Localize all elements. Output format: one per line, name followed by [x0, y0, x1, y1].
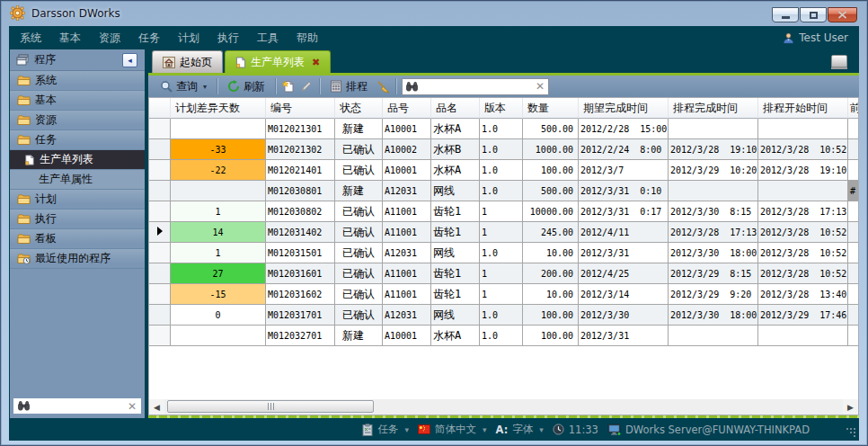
clear-schedule-button[interactable] [374, 77, 392, 95]
cell-diff [171, 181, 266, 201]
table-row-2[interactable]: -22M012021401已确认A10001水杯A1.0100.002012/3… [149, 160, 859, 181]
cell-status: 新建 [335, 181, 383, 201]
sidebar: 程序 ◂ 系统基本资源任务生产单列表生产单属性计划执行看板最近使用的程序 ✕ [10, 49, 145, 418]
user-indicator[interactable]: Test User [783, 31, 848, 44]
sidebar-item-label: 生产单列表 [40, 152, 93, 167]
cell-version: 1 [480, 222, 523, 243]
cell-extra [848, 139, 859, 160]
refresh-button[interactable]: 刷新 [221, 77, 271, 95]
minimize-button[interactable] [772, 7, 799, 22]
row-selector [149, 119, 171, 139]
table-row-8[interactable]: -15M012031602已确认A11001齿轮1110.002012/3/14… [149, 284, 859, 305]
folder-icon [17, 115, 31, 126]
table-row-3[interactable]: M012030801新建A12031网线1.0500.002012/3/31 0… [149, 181, 859, 201]
menu-item-5[interactable]: 执行 [208, 31, 248, 46]
column-header-11[interactable]: 前置时间 [848, 98, 859, 119]
status-font[interactable]: A: 字体 ▾ [496, 423, 544, 436]
sidebar-search-box[interactable]: ✕ [13, 398, 141, 414]
tab-production-order-list[interactable]: 生产单列表 ✖ [225, 50, 331, 73]
column-header-6[interactable]: 版本 [480, 98, 523, 119]
sidebar-item-0[interactable]: 系统 [10, 71, 145, 91]
new-button[interactable] [279, 77, 297, 95]
cell-code: M012031402 [266, 222, 335, 243]
cell-item_name: 齿轮1 [431, 222, 480, 243]
menu-item-3[interactable]: 任务 [129, 31, 169, 46]
menu-item-1[interactable]: 基本 [50, 31, 90, 46]
menu-item-6[interactable]: 工具 [248, 31, 288, 46]
refresh-button-label: 刷新 [244, 79, 265, 94]
cell-qty: 100.00 [523, 305, 579, 326]
table-row-5[interactable]: 14M012031402已确认A11001齿轮11245.002012/4/11… [149, 222, 859, 243]
tab-home[interactable]: 起始页 [152, 50, 223, 73]
column-header-3[interactable]: 状态 [335, 98, 383, 119]
task-caret-icon: ▾ [404, 425, 409, 434]
user-icon [783, 32, 794, 44]
sidebar-item-2[interactable]: 资源 [10, 111, 145, 130]
edit-button[interactable] [297, 77, 315, 95]
maximize-button[interactable] [800, 7, 827, 22]
column-header-9[interactable]: 排程完成时间 [669, 98, 758, 119]
binoculars-icon [18, 401, 30, 411]
sidebar-item-1[interactable]: 基本 [10, 91, 145, 111]
flag-icon [418, 424, 430, 434]
column-header-2[interactable]: 编号 [266, 98, 335, 119]
table-row-6[interactable]: 1M012031501已确认A12031网线1.010.002012/3/312… [149, 243, 859, 263]
resize-grip[interactable] [846, 427, 856, 438]
sidebar-item-4[interactable]: 生产单列表 [10, 150, 145, 170]
cell-status: 已确认 [335, 160, 383, 181]
cell-code: M012021302 [266, 139, 335, 160]
sidebar-item-7[interactable]: 执行 [10, 210, 145, 229]
cell-item_no: A12031 [383, 181, 431, 201]
column-header-0[interactable] [149, 98, 171, 119]
cell-version: 1 [480, 201, 523, 222]
sidebar-item-6[interactable]: 计划 [10, 190, 145, 210]
sidebar-search-clear-icon[interactable]: ✕ [128, 401, 137, 412]
menu-item-4[interactable]: 计划 [169, 31, 208, 46]
float-panel-icon[interactable] [831, 55, 847, 67]
schedule-button[interactable]: 排程 [323, 77, 374, 95]
cell-status: 已确认 [335, 305, 383, 326]
horizontal-scrollbar[interactable]: ◀ ▶ [148, 399, 859, 415]
sidebar-item-5[interactable]: 生产单属性 [10, 170, 145, 190]
scrollbar-thumb[interactable] [167, 400, 374, 413]
menu-item-2[interactable]: 资源 [90, 31, 129, 46]
column-header-4[interactable]: 品号 [383, 98, 431, 119]
column-header-1[interactable]: 计划差异天数 [171, 98, 266, 119]
sidebar-collapse-button[interactable]: ◂ [122, 53, 137, 67]
menu-item-7[interactable]: 帮助 [288, 31, 327, 46]
tab-close-icon[interactable]: ✖ [312, 57, 320, 68]
status-server-label: DWorks Server@FUNWAY-THINKPAD [625, 424, 810, 436]
table-row-1[interactable]: -33M012021302已确认A10002水杯B1.01000.002012/… [149, 139, 859, 160]
column-header-8[interactable]: 期望完成时间 [579, 98, 669, 119]
sidebar-item-label: 看板 [35, 231, 57, 246]
sidebar-item-3[interactable]: 任务 [10, 130, 145, 150]
folder-icon [17, 194, 31, 205]
table-row-7[interactable]: 27M012031601已确认A11001齿轮11200.002012/4/25… [149, 263, 859, 284]
close-button[interactable] [828, 7, 857, 22]
table-row-4[interactable]: 1M012030802已确认A11001齿轮1110000.002012/3/3… [149, 201, 859, 222]
column-header-7[interactable]: 数量 [523, 98, 579, 119]
query-dropdown-caret-icon[interactable]: ▾ [203, 83, 207, 91]
table-row-10[interactable]: M012032701新建A10001水杯A1.0100.002012/3/31 [149, 326, 859, 346]
sidebar-item-9[interactable]: 最近使用的程序 [10, 249, 145, 269]
status-font-label: 字体 [512, 423, 533, 436]
toolbar-search-clear-icon[interactable]: ✕ [536, 81, 545, 92]
cell-sched_start: 2012/3/28 13:40 [758, 284, 848, 305]
cell-code: M012031601 [266, 263, 335, 284]
status-server: DWorks Server@FUNWAY-THINKPAD [607, 424, 810, 436]
status-language[interactable]: 简体中文 ▾ [418, 423, 487, 436]
scroll-right-button[interactable]: ▶ [843, 399, 858, 415]
table-row-9[interactable]: 0M012031701已确认A12031网线1.0100.002012/3/30… [149, 305, 859, 326]
sidebar-item-8[interactable]: 看板 [10, 229, 145, 249]
cell-sched_start [758, 326, 848, 346]
cell-item_no: A10001 [383, 326, 431, 346]
table-row-0[interactable]: M012021301新建A10001水杯A1.0500.002012/2/28 … [149, 119, 859, 139]
menu-item-0[interactable]: 系统 [11, 31, 50, 46]
document-icon [24, 155, 35, 165]
column-header-5[interactable]: 品名 [431, 98, 480, 119]
column-header-10[interactable]: 排程开始时间 [758, 98, 848, 119]
query-button[interactable]: 查询 ▾ [154, 77, 213, 95]
scroll-left-button[interactable]: ◀ [149, 399, 164, 415]
toolbar-search-input[interactable]: ✕ [402, 78, 549, 95]
status-task[interactable]: 任务 ▾ [362, 423, 409, 436]
